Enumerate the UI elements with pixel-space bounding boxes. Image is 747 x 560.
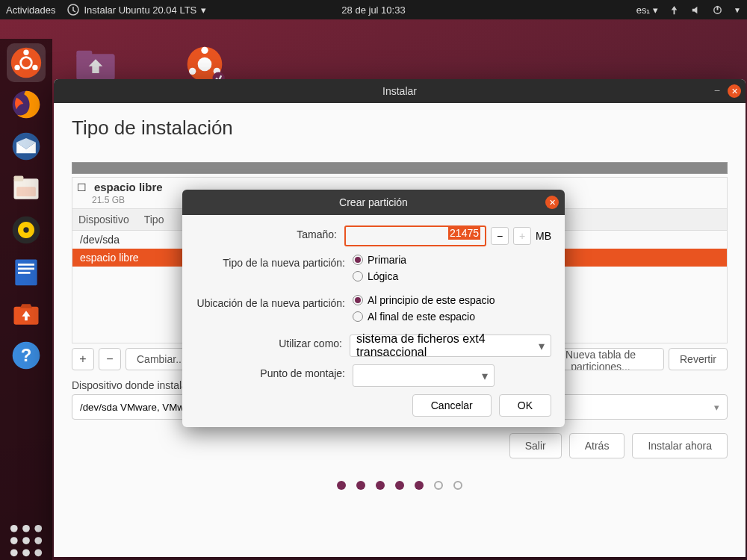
svg-point-39 (34, 549, 42, 556)
quit-button[interactable]: Salir (509, 433, 562, 458)
window-titlebar: Instalar − ✕ (54, 79, 746, 103)
svg-rect-20 (16, 187, 36, 196)
radio-beginning[interactable]: Al principio de este espacio (353, 294, 551, 306)
svg-point-32 (22, 525, 30, 532)
size-input[interactable]: 21475 (344, 225, 486, 246)
dock-writer-icon[interactable] (7, 252, 46, 291)
svg-point-6 (198, 57, 212, 72)
system-menu-chevron[interactable]: ▼ (734, 6, 741, 14)
use-as-label: Utilizar como: (196, 335, 350, 349)
size-decrease-button[interactable]: − (491, 227, 509, 245)
svg-point-37 (10, 549, 18, 556)
power-icon[interactable] (712, 4, 723, 16)
dock-software-icon[interactable] (7, 294, 46, 333)
type-label: Tipo de la nueva partición: (196, 254, 353, 269)
progress-dots (72, 481, 728, 490)
close-button[interactable]: ✕ (728, 84, 741, 98)
ok-button[interactable]: OK (499, 394, 551, 417)
use-as-select[interactable]: sistema de ficheros ext4 transaccional (350, 335, 551, 357)
install-button[interactable]: Instalar ahora (632, 433, 728, 458)
svg-point-23 (23, 227, 28, 232)
cancel-button[interactable]: Cancelar (412, 394, 492, 417)
dock-help-icon[interactable]: ? (7, 336, 46, 375)
svg-point-35 (22, 537, 30, 544)
dock-files-icon[interactable] (7, 169, 46, 208)
radio-primary[interactable]: Primaria (353, 254, 551, 266)
clock[interactable]: 28 de jul 10:33 (341, 4, 405, 16)
home-folder-icon[interactable] (75, 46, 117, 82)
svg-point-15 (14, 65, 19, 70)
network-icon[interactable] (669, 4, 680, 16)
dock-rhythmbox-icon[interactable] (7, 211, 46, 249)
size-increase-button[interactable]: + (513, 227, 531, 245)
svg-point-7 (201, 47, 208, 54)
svg-rect-4 (76, 50, 92, 57)
radio-end[interactable]: Al final de este espacio (353, 311, 551, 323)
minimize-button[interactable]: − (714, 84, 720, 98)
window-indicator[interactable]: Instalar Ubuntu 20.04 LTS ▾ (67, 4, 206, 16)
svg-point-9 (189, 68, 196, 75)
size-label: Tamaño: (196, 225, 344, 240)
dock: ? (0, 39, 52, 560)
svg-rect-2 (717, 5, 719, 10)
svg-rect-19 (14, 176, 24, 181)
location-label: Ubicación de la nueva partición: (196, 294, 353, 309)
col-type[interactable]: Tipo (144, 214, 164, 225)
svg-rect-26 (18, 268, 34, 270)
col-device[interactable]: Dispositivo (78, 214, 129, 225)
mount-label: Punto de montaje: (196, 364, 353, 379)
add-partition-button[interactable]: + (72, 348, 94, 370)
radio-logical[interactable]: Lógica (353, 270, 551, 282)
svg-rect-25 (18, 264, 34, 266)
svg-point-36 (34, 537, 42, 544)
window-title: Instalar (382, 85, 417, 97)
activities-button[interactable]: Actividades (6, 4, 55, 16)
size-unit: MB (536, 230, 551, 242)
volume-icon[interactable] (690, 4, 701, 16)
svg-text:?: ? (21, 345, 32, 365)
svg-point-38 (22, 549, 30, 556)
revert-button[interactable]: Revertir (669, 348, 728, 370)
svg-point-33 (34, 525, 42, 532)
back-button[interactable]: Atrás (569, 433, 625, 458)
dock-show-apps-icon[interactable] (7, 521, 46, 560)
svg-rect-27 (18, 272, 31, 274)
dock-ubuntu-icon[interactable] (7, 43, 46, 82)
svg-point-14 (32, 65, 37, 70)
svg-point-31 (10, 525, 18, 532)
create-partition-dialog: Crear partición ✕ Tamaño: 21475 − + MB T… (182, 190, 565, 427)
mount-select[interactable] (353, 364, 495, 387)
svg-point-34 (10, 537, 18, 544)
free-space-checkbox[interactable]: ☐ (77, 181, 87, 193)
partition-bar[interactable] (72, 162, 728, 174)
keyboard-layout[interactable]: es₁ ▾ (636, 4, 658, 16)
modal-close-button[interactable]: ✕ (545, 196, 559, 209)
dock-firefox-icon[interactable] (7, 85, 46, 124)
installer-shortcut-icon[interactable] (184, 46, 226, 82)
page-heading: Tipo de instalación (72, 116, 728, 140)
svg-point-13 (23, 50, 28, 55)
modal-title: Crear partición (339, 196, 408, 208)
dock-thunderbird-icon[interactable] (7, 127, 46, 166)
remove-partition-button[interactable]: − (99, 348, 121, 370)
